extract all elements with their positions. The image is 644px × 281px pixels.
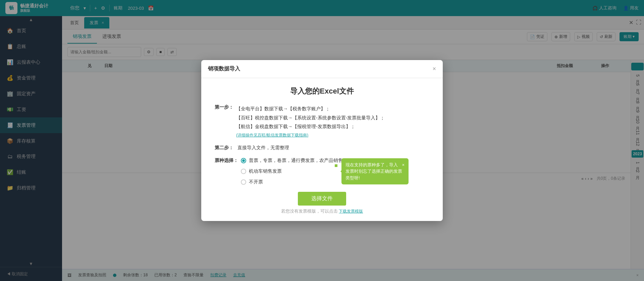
step1-label: 第一步： — [215, 104, 233, 138]
radio-item-vehicle[interactable]: 机动车销售发票 × 现在支持的票种多了，导入发票时别忘了选择正确的发票类型呀! — [241, 168, 352, 174]
tooltip-dot — [335, 164, 337, 167]
step2: 第二步： 直接导入文件，无需整理 — [215, 145, 429, 151]
modal-header: 销项数据导入 × — [201, 60, 443, 78]
modal-body: 导入您的Excel文件 第一步： 【全电平台】数据下载→【税务数字账户】； 【百… — [201, 78, 443, 221]
tooltip-bubble: × 现在支持的票种多了，导入发票时别忘了选择正确的发票类型呀! — [341, 158, 409, 185]
ticket-selection: 票种选择： 普票，专票，卷票，通行费发票，农产品销售发票 机动车销售发 — [215, 158, 429, 185]
tooltip-anchor: × 现在支持的票种多了，导入发票时别忘了选择正确的发票类型呀! — [335, 162, 337, 167]
step1-line2: 【百旺】税控盘数据下载→【系统设置-系统参数设置-发票批量导入】； — [236, 113, 385, 122]
radio-circle-1 — [241, 158, 246, 163]
step1: 第一步： 【全电平台】数据下载→【税务数字账户】； 【百旺】税控盘数据下载→【系… — [215, 104, 429, 138]
download-template-link[interactable]: 下载发票模版 — [339, 209, 363, 214]
modal-close-button[interactable]: × — [432, 65, 436, 72]
modal-main-title: 导入您的Excel文件 — [215, 86, 429, 96]
select-file-button[interactable]: 选择文件 — [298, 192, 346, 206]
step1-row: 第一步： 【全电平台】数据下载→【税务数字账户】； 【百旺】税控盘数据下载→【系… — [215, 104, 429, 138]
modal-overlay: 销项数据导入 × 导入您的Excel文件 第一步： 【全电平台】数据下载→【税务… — [0, 0, 644, 281]
step2-label: 第二步： — [215, 145, 233, 151]
radio-item-no-invoice[interactable]: 不开票 — [241, 179, 352, 185]
radio-circle-3 — [241, 179, 246, 185]
modal-footer: 若您没有发票模版，可以点击 下载发票模版 — [215, 208, 429, 214]
import-modal: 销项数据导入 × 导入您的Excel文件 第一步： 【全电平台】数据下载→【税务… — [201, 60, 443, 221]
tooltip-text: 现在支持的票种多了，导入发票时别忘了选择正确的发票类型呀! — [345, 162, 402, 180]
ticket-label: 票种选择： — [215, 158, 238, 185]
step2-text: 直接导入文件，无需整理 — [237, 145, 289, 151]
step1-guide-link[interactable]: (详细操作见百旺/航信发票数据下载指南) — [236, 133, 308, 137]
tooltip-close-btn[interactable]: × — [402, 162, 405, 168]
modal-title: 销项数据导入 — [208, 65, 240, 72]
tooltip-arrow — [339, 170, 342, 173]
step1-line3: 【航信】金税盘数据下载→【报税管理-发票数据导出】； — [236, 122, 385, 131]
step1-line1: 【全电平台】数据下载→【税务数字账户】； — [236, 104, 385, 113]
ticket-row: 票种选择： 普票，专票，卷票，通行费发票，农产品销售发票 机动车销售发 — [215, 158, 429, 185]
radio-circle-2 — [241, 169, 246, 174]
step2-row: 第二步： 直接导入文件，无需整理 — [215, 145, 429, 151]
radio-group: 普票，专票，卷票，通行费发票，农产品销售发票 机动车销售发票 — [241, 158, 352, 185]
